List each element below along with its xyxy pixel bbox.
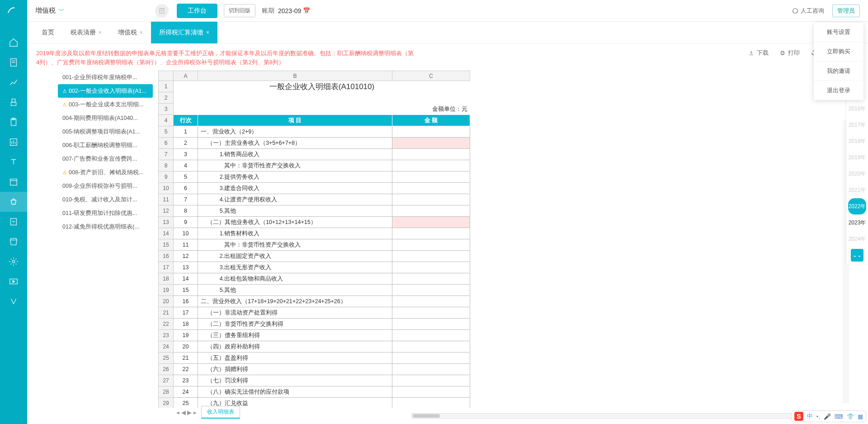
close-icon[interactable]: × <box>99 29 102 36</box>
year-expand-icon[interactable]: ⌄⌄ <box>851 249 863 262</box>
col-header-A[interactable]: A <box>174 71 198 81</box>
year-2022年[interactable]: 2022年 <box>848 198 866 214</box>
calendar-icon[interactable]: 📅 <box>303 7 310 14</box>
tab-所得税汇算清缴[interactable]: 所得税汇算清缴× <box>151 22 217 43</box>
row-number[interactable]: 2 <box>158 92 174 104</box>
cell[interactable] <box>392 149 470 160</box>
ime-punct[interactable]: •, <box>816 413 820 420</box>
cell[interactable]: 21 <box>174 353 198 364</box>
cell[interactable]: 一、营业收入（2+9） <box>198 126 392 138</box>
cell[interactable]: 二、营业外收入（17+18+19+20+21+22+23+24+25+26） <box>198 296 392 307</box>
cell[interactable]: （一）主营业务收入（3+5+6+7+8） <box>198 138 392 149</box>
ime-keyboard-icon[interactable]: ⌨ <box>835 413 843 420</box>
sheet-tab-active[interactable]: 收入明细表 <box>201 406 240 419</box>
cell[interactable]: 3.建造合同收入 <box>198 183 392 194</box>
col-header-B[interactable]: B <box>198 71 392 81</box>
year-2019年[interactable]: 2019年 <box>846 149 868 166</box>
cell[interactable]: （六）捐赠利得 <box>198 364 392 375</box>
cell[interactable] <box>392 160 470 172</box>
cell[interactable]: 24 <box>174 386 198 398</box>
cell[interactable]: 3 <box>174 149 198 160</box>
horizontal-scrollbar[interactable] <box>411 413 841 419</box>
cell[interactable]: 金 额 <box>392 115 470 126</box>
cell[interactable]: （五）盘盈利得 <box>198 353 392 364</box>
cell[interactable] <box>392 364 470 375</box>
cell[interactable] <box>392 239 470 251</box>
cell[interactable]: 2.提供劳务收入 <box>198 172 392 183</box>
cell[interactable] <box>392 262 470 273</box>
cell[interactable]: 12 <box>174 251 198 262</box>
cell[interactable]: （三）债务重组利得 <box>198 330 392 341</box>
rail-doc-icon[interactable] <box>0 52 27 72</box>
rail-archive-icon[interactable] <box>0 232 27 252</box>
cell[interactable]: 14 <box>174 273 198 285</box>
ime-mic-icon[interactable]: 🎤 <box>824 413 831 420</box>
form-item[interactable]: ⚠008-资产折旧、摊销及纳税... <box>58 166 153 179</box>
tab-税表清册[interactable]: 税表清册× <box>62 22 110 43</box>
form-item[interactable]: 004-期间费用明细表(A1040... <box>58 111 153 125</box>
form-item[interactable]: 009-企业所得税弥补亏损明... <box>58 179 153 193</box>
cell[interactable] <box>392 92 470 104</box>
cell[interactable] <box>392 375 470 386</box>
cell[interactable] <box>392 296 470 307</box>
rail-money-icon[interactable] <box>0 92 27 112</box>
form-item[interactable]: ⚠003-一般企业成本支出明细... <box>58 98 153 111</box>
cell[interactable]: 2 <box>174 138 198 149</box>
cell[interactable]: （四）政府补助利得 <box>198 341 392 353</box>
rail-tax-icon[interactable] <box>0 192 27 212</box>
year-2023年[interactable]: 2023年 <box>846 214 868 231</box>
workbench-button[interactable]: 工作台 <box>177 4 217 18</box>
form-item[interactable]: 011-研发费用加计扣除优惠... <box>58 206 153 220</box>
sheet-corner[interactable] <box>158 71 174 81</box>
form-item[interactable]: 007-广告费和业务宣传费跨... <box>58 152 153 166</box>
cell[interactable] <box>392 353 470 364</box>
cell[interactable]: （八）确实无法偿付的应付款项 <box>198 386 392 398</box>
cell[interactable]: 17 <box>174 307 198 319</box>
year-2024年[interactable]: 2024年 <box>846 231 868 247</box>
cell[interactable] <box>392 251 470 262</box>
tab-增值税[interactable]: 增值税× <box>110 22 151 43</box>
form-item[interactable]: 010-免税、减计收入及加计... <box>58 193 153 206</box>
cell[interactable]: 4.出租包装物和商品收入 <box>198 273 392 285</box>
col-header-C[interactable]: C <box>392 71 470 81</box>
rail-video-icon[interactable] <box>0 272 27 291</box>
cell[interactable] <box>392 319 470 330</box>
history-button[interactable] <box>155 4 169 18</box>
close-icon[interactable]: × <box>140 29 143 36</box>
tab-首页[interactable]: 首页 <box>33 22 62 43</box>
cell[interactable]: 22 <box>174 364 198 375</box>
year-2017年[interactable]: 2017年 <box>846 117 868 133</box>
rail-t-icon[interactable] <box>0 152 27 172</box>
cell[interactable]: 4 <box>174 160 198 172</box>
period-value[interactable]: 2023-09 <box>278 7 301 14</box>
cell[interactable] <box>392 341 470 353</box>
cell[interactable] <box>392 330 470 341</box>
cell[interactable]: 11 <box>174 239 198 251</box>
cell[interactable]: 2.出租固定资产收入 <box>198 251 392 262</box>
cell[interactable] <box>174 92 198 104</box>
ime-skin-icon[interactable]: 👕 <box>847 413 854 420</box>
user-menu-item[interactable]: 我的邀请 <box>814 62 863 81</box>
form-item[interactable]: 006-职工薪酬纳税调整明细... <box>58 138 153 152</box>
cell[interactable] <box>198 92 392 104</box>
user-menu-item[interactable]: 退出登录 <box>814 81 863 100</box>
company-selector[interactable]: 增值税 ﹀ <box>35 6 65 15</box>
cell[interactable]: 9 <box>174 217 198 228</box>
form-item[interactable]: ⚠002-一般企业收入明细表(A1... <box>58 84 153 98</box>
cell[interactable]: 10 <box>174 228 198 239</box>
cell[interactable] <box>392 217 470 228</box>
cell[interactable]: 项 目 <box>198 115 392 126</box>
switch-old-button[interactable]: 切到旧版 <box>224 4 255 17</box>
close-icon[interactable]: × <box>206 29 209 36</box>
cell[interactable]: （一）非流动资产处置利得 <box>198 307 392 319</box>
cell[interactable]: 7 <box>174 194 198 205</box>
cell[interactable]: （七）罚没利得 <box>198 375 392 386</box>
cell[interactable]: 23 <box>174 375 198 386</box>
year-2021年[interactable]: 2021年 <box>846 182 868 198</box>
year-2016年[interactable]: 2016年 <box>846 100 868 117</box>
cell[interactable]: 1.销售材料收入 <box>198 228 392 239</box>
rail-transfer-icon[interactable] <box>0 212 27 232</box>
rail-report-icon[interactable] <box>0 132 27 152</box>
rail-v-icon[interactable] <box>0 291 27 311</box>
cell[interactable]: 5.其他 <box>198 285 392 296</box>
